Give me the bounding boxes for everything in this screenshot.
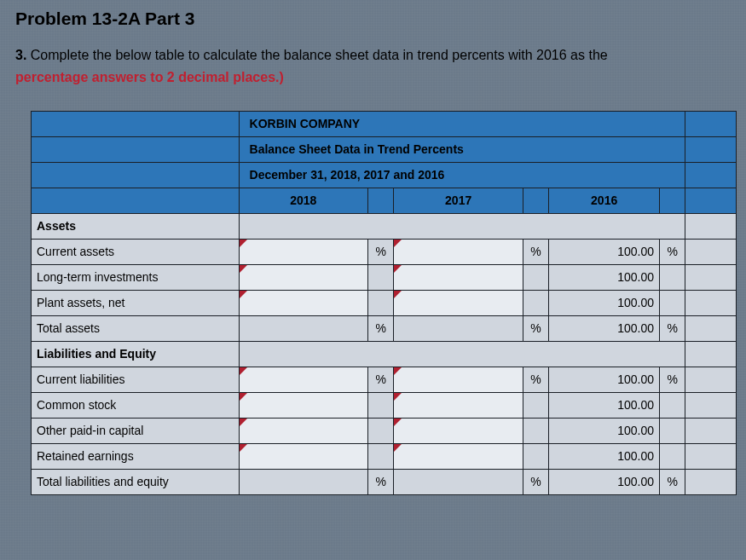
input-2018[interactable] <box>239 392 368 418</box>
pct-label: % <box>660 469 685 494</box>
input-2017[interactable] <box>394 367 523 392</box>
balance-sheet-table: KORBIN COMPANY Balance Sheet Data in Tre… <box>31 111 737 495</box>
pct-label <box>368 290 394 315</box>
table-row: Other paid-in capital 100.00 <box>32 418 737 443</box>
table-row: Total assets % % 100.00 % <box>32 315 737 341</box>
table-row: Common stock 100.00 <box>32 392 737 418</box>
input-2018[interactable] <box>239 239 368 264</box>
instruction-text: Complete the below table to calculate th… <box>31 48 608 62</box>
pct-label: % <box>368 367 394 392</box>
section-assets: Assets <box>32 213 240 239</box>
pct-label: % <box>523 315 548 341</box>
header-empty <box>32 111 240 136</box>
table-row: Long-term investments 100.00 <box>32 264 737 290</box>
input-2018[interactable] <box>239 443 368 469</box>
row-label: Total assets <box>32 315 240 341</box>
pct-label <box>523 264 548 290</box>
row-tail <box>685 392 737 418</box>
row-tail <box>685 315 737 341</box>
input-2017[interactable] <box>394 418 523 443</box>
year-header-pct <box>660 188 685 213</box>
row-label: Other paid-in capital <box>32 418 240 443</box>
section-liabilities: Liabilities and Equity <box>32 341 240 367</box>
value-2016: 100.00 <box>549 264 660 290</box>
pct-label: % <box>660 315 685 341</box>
value-2018 <box>239 469 368 494</box>
pct-label <box>523 443 548 469</box>
pct-label: % <box>660 367 685 392</box>
row-label: Current liabilities <box>32 367 240 392</box>
row-tail <box>685 239 737 264</box>
instruction-line: 3. Complete the below table to calculate… <box>15 46 746 65</box>
year-header-2016: 2016 <box>549 188 660 213</box>
year-header-pct <box>523 188 548 213</box>
empty-cell <box>239 341 685 367</box>
instruction-number: 3. <box>15 48 26 62</box>
pct-label <box>368 392 394 418</box>
row-tail <box>685 443 737 469</box>
input-2017[interactable] <box>394 443 523 469</box>
row-label: Retained earnings <box>32 443 240 469</box>
input-2018[interactable] <box>239 290 368 315</box>
value-2016: 100.00 <box>549 290 660 315</box>
value-2017 <box>394 469 523 494</box>
company-name: KORBIN COMPANY <box>239 111 685 136</box>
row-tail <box>685 213 737 239</box>
pct-label: % <box>368 315 394 341</box>
pct-label <box>660 264 685 290</box>
row-label: Current assets <box>32 239 240 264</box>
pct-label: % <box>660 239 685 264</box>
pct-label: % <box>368 469 394 494</box>
year-header-2018: 2018 <box>239 188 368 213</box>
table-row: Current assets % % 100.00 % <box>32 239 737 264</box>
value-2016: 100.00 <box>549 443 660 469</box>
input-2018[interactable] <box>239 264 368 290</box>
input-2017[interactable] <box>394 264 523 290</box>
row-tail <box>685 290 737 315</box>
year-header-2017: 2017 <box>394 188 523 213</box>
input-2018[interactable] <box>239 418 368 443</box>
value-2016: 100.00 <box>549 469 660 494</box>
row-label: Common stock <box>32 392 240 418</box>
input-2018[interactable] <box>239 367 368 392</box>
row-tail <box>685 341 737 367</box>
row-tail <box>685 367 737 392</box>
header-empty <box>32 188 240 213</box>
pct-label <box>523 290 548 315</box>
pct-label <box>660 443 685 469</box>
pct-label <box>660 290 685 315</box>
report-subtitle: Balance Sheet Data in Trend Percents <box>239 136 685 162</box>
pct-label <box>660 392 685 418</box>
value-2016: 100.00 <box>549 392 660 418</box>
pct-label <box>368 264 394 290</box>
pct-label <box>523 418 548 443</box>
pct-label: % <box>523 239 548 264</box>
value-2016: 100.00 <box>549 315 660 341</box>
row-label: Total liabilities and equity <box>32 469 240 494</box>
value-2018 <box>239 315 368 341</box>
pct-label: % <box>523 367 548 392</box>
input-2017[interactable] <box>394 239 523 264</box>
input-2017[interactable] <box>394 392 523 418</box>
instruction-red: percentage answers to 2 decimal places.) <box>15 70 746 85</box>
table-row: Current liabilities % % 100.00 % <box>32 367 737 392</box>
header-tail <box>685 188 737 213</box>
pct-label <box>368 443 394 469</box>
pct-label <box>660 418 685 443</box>
header-empty <box>32 162 240 188</box>
report-dateline: December 31, 2018, 2017 and 2016 <box>239 162 685 188</box>
table-row: Total liabilities and equity % % 100.00 … <box>32 469 737 494</box>
row-tail <box>685 469 737 494</box>
header-empty <box>32 136 240 162</box>
value-2016: 100.00 <box>549 367 660 392</box>
header-tail <box>685 111 737 136</box>
empty-cell <box>239 213 685 239</box>
input-2017[interactable] <box>394 290 523 315</box>
table-row: Retained earnings 100.00 <box>32 443 737 469</box>
value-2017 <box>394 315 523 341</box>
pct-label <box>523 392 548 418</box>
year-header-pct <box>368 188 394 213</box>
header-tail <box>685 162 737 188</box>
row-tail <box>685 418 737 443</box>
problem-title: Problem 13-2A Part 3 <box>15 9 746 29</box>
